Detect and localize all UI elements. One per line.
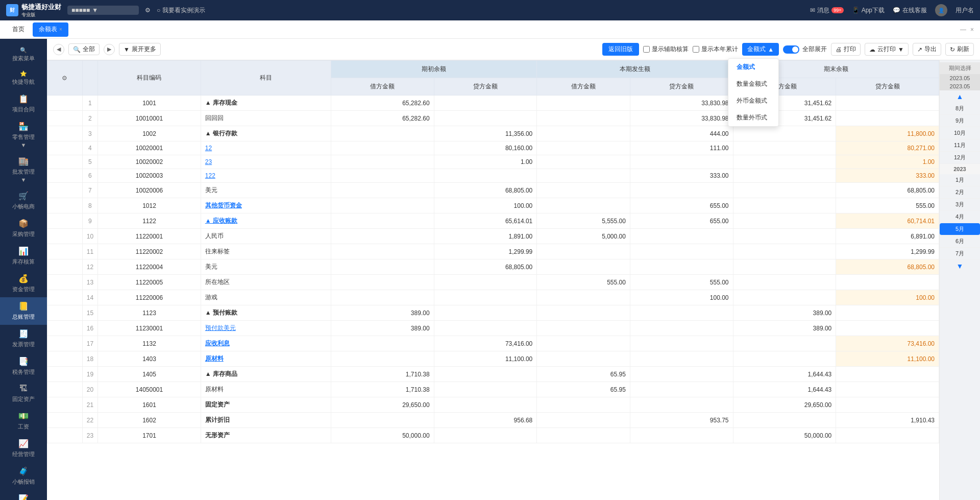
period-month-3[interactable]: 3月 [940,199,980,211]
amount-mode-btn[interactable]: 金额式 ▲ [742,43,779,56]
sidebar-ledger-label: 总账管理 [12,313,35,321]
row-value-5: 333.00 [836,169,939,183]
show-ytd-input[interactable] [693,46,699,53]
row-subject[interactable]: 122 [201,169,331,183]
tab-balance[interactable]: 余额表 × [33,22,68,37]
period-month-4[interactable]: 4月 [940,211,980,223]
sidebar-item-basic[interactable]: 📝 基础信息 [0,490,47,500]
period-month-7[interactable]: 7月 [940,248,980,260]
period-month-6[interactable]: 6月 [940,235,980,248]
sidebar-item-invoice[interactable]: 🧾 发票管理 [0,325,47,352]
row-subject[interactable]: 原材料 [201,351,331,367]
avatar[interactable]: 👤 [935,4,947,16]
back-old-version-btn[interactable]: 返回旧版 [602,43,639,56]
app-download-btn[interactable]: 📱 App下载 [852,6,885,15]
tab-close-icon[interactable]: × [59,27,62,32]
amount-mode-item-2[interactable]: 外币金额式 [728,92,778,109]
col-row-num [82,61,97,96]
row-subject[interactable]: 应收利息 [201,336,331,351]
settings-icon[interactable]: ⚙ [145,7,151,14]
period-month-5[interactable]: 5月 [940,223,980,235]
row-value-0 [331,229,434,244]
sidebar-item-purchase[interactable]: 📦 采购管理 [0,215,47,242]
sidebar-item-payroll[interactable]: 💵 工资 [0,407,47,435]
period-month-1[interactable]: 1月 [940,174,980,186]
period-nav-up[interactable]: ▲ [940,90,980,103]
company-selector[interactable]: ■■■■■ ▼ [67,6,139,15]
demo-btn[interactable]: ○ 我要看实例演示 [157,6,205,15]
sidebar-item-assets[interactable]: 🏗 固定资产 [0,380,47,407]
row-value-0: 65,282.60 [331,111,434,126]
sidebar-item-ecommerce[interactable]: 🛒 小畅电商 [0,187,47,215]
row-value-5 [836,275,939,290]
row-value-2 [537,244,630,259]
period-month-9[interactable]: 9月 [940,115,980,127]
print-btn[interactable]: 🖨 打印 [831,43,861,56]
expand-btn[interactable]: ▼ 展开更多 [119,43,161,56]
row-subject[interactable]: 12 [201,141,331,155]
row-value-5: 68,805.00 [836,259,939,275]
row-subject[interactable]: 其他货币资金 [201,198,331,213]
window-minimize-icon[interactable]: — [960,26,966,33]
period-nav-down[interactable]: ▼ [940,260,980,272]
row-value-5: 1.00 [836,155,939,169]
amount-mode-item-3[interactable]: 数量外币式 [728,109,778,126]
row-value-1 [434,397,537,413]
row-subject[interactable]: 预付款美元 [201,321,331,336]
show-ytd-checkbox[interactable]: 显示本年累计 [693,45,738,54]
period-end[interactable]: 2023.05 [940,82,980,90]
export-btn[interactable]: ↗ 导出 [913,43,941,56]
col-opening-group: 期初余额 [331,61,536,78]
nav-back-btn[interactable]: ◀ [53,44,64,55]
row-number: 18 [82,351,97,367]
row-subject[interactable]: 23 [201,155,331,169]
sidebar-item-expense[interactable]: 🧳 小畅报销 [0,462,47,490]
row-subject: 美元 [201,259,331,275]
window-close-icon[interactable]: × [970,26,974,33]
row-number: 3 [82,126,97,141]
sidebar-search[interactable]: 🔍 搜索菜单 [0,43,47,66]
sidebar-item-capital[interactable]: 💰 资金管理 [0,270,47,297]
row-value-0: 389.00 [331,305,434,321]
period-month-8[interactable]: 8月 [940,103,980,115]
period-month-2[interactable]: 2月 [940,186,980,199]
sidebar-item-operations[interactable]: 📈 经营管理 [0,435,47,462]
period-month-11[interactable]: 11月 [940,139,980,152]
amount-mode-item-1[interactable]: 数量金额式 [728,76,778,92]
period-month-10[interactable]: 10月 [940,127,980,139]
tab-home[interactable]: 首页 [6,22,31,37]
period-month-12[interactable]: 12月 [940,152,980,164]
nav-forward-btn[interactable]: ▶ [104,44,115,55]
sidebar-item-inventory[interactable]: 📊 库存核算 [0,242,47,270]
sidebar-item-project[interactable]: 📋 项目合同 [0,90,47,117]
table-row: 211601固定资产29,650.0029,650.00 [47,397,939,413]
show-assist-input[interactable] [643,46,650,53]
show-assist-checkbox[interactable]: 显示辅助核算 [643,45,689,54]
col-settings[interactable]: ⚙ [47,61,83,96]
row-value-5: 1,299.99 [836,244,939,259]
row-value-1: 11,100.00 [434,351,537,367]
table-row: 181403原材料11,100.0011,100.00 [47,351,939,367]
sidebar-item-wholesale[interactable]: 🏬 批发管理 ▼ [0,152,47,187]
cloud-print-btn[interactable]: ☁ 云打印 ▼ [865,43,909,56]
sidebar-item-ledger[interactable]: 📒 总账管理 [0,297,47,325]
row-subject: ▲ 预付账款 [201,305,331,321]
sidebar-item-retail[interactable]: 🏪 零售管理 ▼ [0,117,47,152]
message-btn[interactable]: ✉ 消息 99+ [810,6,843,15]
row-subject: 所在地区 [201,275,331,290]
period-start[interactable]: 2023.05 [940,74,980,82]
online-service-btn[interactable]: 💬 在线客服 [893,6,927,15]
row-value-2 [537,111,630,126]
amount-mode-item-0[interactable]: 金额式 [728,59,778,76]
sidebar-item-quicknav[interactable]: ⭐ 快捷导航 [0,66,47,90]
expand-all-toggle-switch[interactable] [783,45,799,54]
row-subject[interactable]: ▲ 应收账款 [201,213,331,229]
sidebar-item-tax[interactable]: 📑 税务管理 [0,352,47,380]
refresh-btn[interactable]: ↻ 刷新 [945,43,974,56]
sidebar-retail-label: 零售管理 [12,133,35,141]
row-value-2 [537,321,630,336]
row-value-3: 655.00 [630,213,733,229]
row-value-4 [733,275,836,290]
expand-all-toggle[interactable]: 全部展开 [783,45,827,54]
row-number: 5 [82,155,97,169]
